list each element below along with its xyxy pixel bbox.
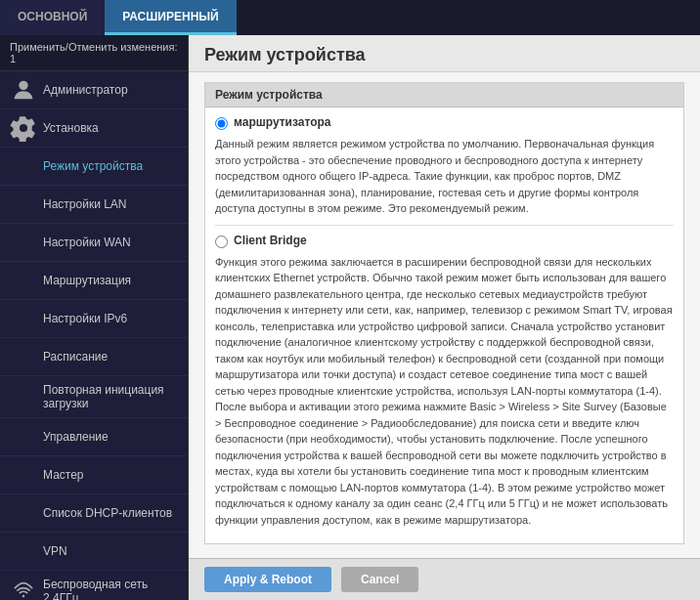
sidebar: Применить/Отменить изменения: 1 Админист… — [0, 35, 189, 600]
page-title: Режим устройства — [204, 45, 684, 65]
wan-icon — [10, 231, 37, 254]
sidebar-item-device-mode-label: Режим устройства — [43, 159, 143, 173]
sidebar-item-dhcp-label: Список DHCP-клиентов — [43, 506, 172, 520]
sidebar-item-wizard-label: Мастер — [43, 468, 84, 482]
sidebar-item-management-label: Управление — [43, 430, 109, 444]
main-wrapper: Применить/Отменить изменения: 1 Админист… — [0, 35, 700, 600]
sidebar-item-admin-label: Администратор — [43, 83, 128, 97]
sidebar-item-wizard[interactable]: Мастер — [0, 456, 188, 494]
router-radio[interactable] — [215, 117, 228, 130]
sidebar-item-management[interactable]: Управление — [0, 418, 188, 456]
sidebar-item-reboot-label: Повторная инициация загрузки — [43, 383, 178, 410]
ipv6-icon — [10, 307, 37, 330]
sidebar-item-vpn-label: VPN — [43, 544, 67, 558]
device-mode-section: Режим устройства маршрутизатора Данный р… — [204, 82, 684, 544]
sidebar-item-lan[interactable]: Настройки LAN — [0, 186, 188, 224]
wifi24-icon — [10, 579, 37, 600]
apply-changes-label: Применить/Отменить изменения: 1 — [0, 35, 188, 71]
schedule-icon — [10, 345, 37, 368]
apply-reboot-button[interactable]: Apply & Reboot — [204, 567, 331, 592]
sidebar-item-device-mode[interactable]: Режим устройства — [0, 148, 188, 186]
router-description: Данный режим является режимом устройства… — [215, 136, 674, 217]
sidebar-item-ipv6-label: Настройки IPv6 — [43, 312, 127, 325]
client-bridge-option: Client Bridge — [215, 234, 674, 248]
dhcp-icon — [10, 501, 37, 525]
sidebar-item-setup-label: Установка — [43, 121, 99, 135]
wizard-icon — [10, 463, 37, 487]
lan-icon — [10, 193, 37, 216]
sidebar-item-admin[interactable]: Администратор — [0, 71, 188, 109]
content-header: Режим устройства — [189, 35, 700, 72]
settings-icon — [10, 116, 37, 140]
client-bridge-description: Функция этого режима заключается в расши… — [215, 254, 674, 529]
client-bridge-radio[interactable] — [215, 236, 228, 248]
reboot-icon — [10, 385, 37, 408]
footer-bar: Apply & Reboot Cancel — [189, 558, 700, 600]
sidebar-item-vpn[interactable]: VPN — [0, 533, 188, 571]
svg-point-0 — [19, 81, 27, 90]
sidebar-item-dhcp[interactable]: Список DHCP-клиентов — [0, 494, 188, 533]
cancel-button[interactable]: Cancel — [341, 567, 418, 592]
device-mode-icon — [10, 154, 37, 178]
sidebar-item-lan-label: Настройки LAN — [43, 197, 127, 211]
sidebar-item-routing[interactable]: Маршрутизация — [0, 262, 188, 300]
options-divider — [215, 225, 674, 226]
router-option: маршрутизатора — [215, 115, 674, 130]
sidebar-item-reboot[interactable]: Повторная инициация загрузки — [0, 376, 188, 418]
section-content: маршрутизатора Данный режим является реж… — [205, 107, 683, 543]
sidebar-item-wan[interactable]: Настройки WAN — [0, 224, 188, 262]
sidebar-item-schedule-label: Расписание — [43, 350, 108, 364]
router-label: маршрутизатора — [234, 115, 331, 129]
routing-icon — [10, 269, 37, 292]
sidebar-item-wifi24-label: Беспроводная сеть 2.4ГГц — [43, 578, 178, 600]
nav-advanced[interactable]: РАСШИРЕННЫЙ — [105, 0, 236, 35]
svg-point-1 — [22, 595, 25, 598]
top-navigation: ОСНОВНОЙ РАСШИРЕННЫЙ — [0, 0, 700, 35]
vpn-icon — [10, 539, 37, 563]
sidebar-item-ipv6[interactable]: Настройки IPv6 — [0, 300, 188, 338]
content-area: Режим устройства Режим устройства маршру… — [189, 35, 700, 600]
nav-basic[interactable]: ОСНОВНОЙ — [0, 0, 105, 35]
client-bridge-label: Client Bridge — [234, 234, 307, 247]
sidebar-item-setup[interactable]: Установка — [0, 109, 188, 148]
sidebar-item-wan-label: Настройки WAN — [43, 236, 131, 249]
sidebar-item-schedule[interactable]: Расписание — [0, 338, 188, 376]
sidebar-item-wifi24[interactable]: Беспроводная сеть 2.4ГГц — [0, 571, 188, 600]
management-icon — [10, 425, 37, 449]
sidebar-item-routing-label: Маршрутизация — [43, 274, 131, 287]
admin-icon — [10, 78, 37, 102]
content-body: Режим устройства маршрутизатора Данный р… — [189, 72, 700, 558]
section-title: Режим устройства — [205, 83, 683, 107]
